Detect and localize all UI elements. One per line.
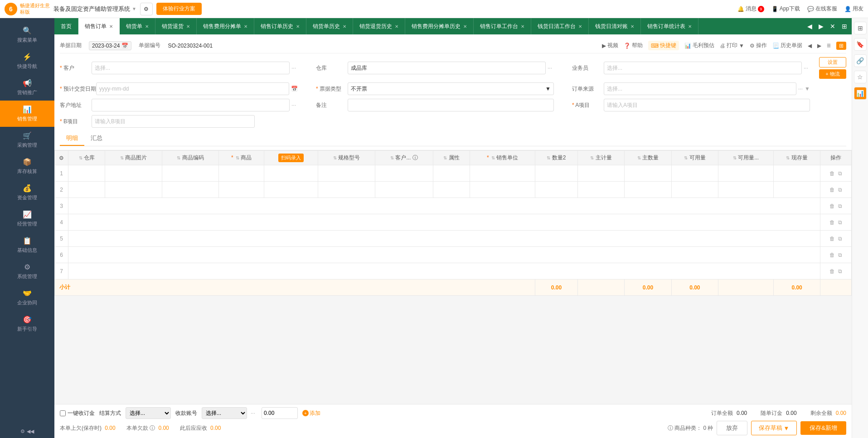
customer-dots[interactable]: ···	[290, 65, 298, 71]
warehouse-dots[interactable]: ···	[546, 65, 554, 71]
add-material-btn[interactable]: + 物流	[819, 69, 846, 79]
right-panel-btn-5[interactable]: 📊	[854, 87, 867, 100]
tab-expense-split[interactable]: 销售费用分摊单 ✕	[197, 18, 254, 34]
tab-close-all[interactable]: ✕	[827, 23, 838, 30]
warehouse-input[interactable]	[348, 62, 546, 74]
cell-1-spec[interactable]	[318, 165, 375, 182]
right-panel-btn-1[interactable]: ⊞	[854, 22, 867, 34]
tab-expense-history[interactable]: 销售费用分摊单历史 ✕	[405, 18, 474, 34]
copy-icon-6[interactable]: ⧉	[838, 252, 842, 258]
tab-order-workbench[interactable]: 销售订单工作台 ✕	[474, 18, 531, 34]
prev-record-btn[interactable]: ◀	[808, 43, 812, 49]
account-dots[interactable]: ···	[249, 410, 257, 416]
cell-1-mainqty[interactable]	[625, 165, 671, 182]
tab-daily-workbench-close[interactable]: ✕	[578, 24, 582, 29]
tab-detail[interactable]: 明细	[60, 131, 84, 146]
delete-icon-1[interactable]: 🗑	[829, 170, 835, 177]
sidebar-item-search[interactable]: 🔍 搜索菜单	[0, 22, 54, 48]
copy-icon-3[interactable]: ⧉	[838, 203, 842, 209]
tab-order-stats-close[interactable]: ✕	[688, 24, 692, 29]
sidebar-item-finance[interactable]: 💰 资金管理	[0, 179, 54, 206]
tab-order-workbench-close[interactable]: ✕	[521, 24, 524, 29]
cell-2-qty2[interactable]	[535, 182, 578, 198]
cell-2-custref[interactable]	[375, 182, 433, 198]
sidebar-item-system[interactable]: ⚙ 系统管理	[0, 258, 54, 284]
tab-order-stats[interactable]: 销售订单统计表 ✕	[641, 18, 698, 34]
right-panel-btn-2[interactable]: 🔖	[854, 38, 867, 51]
tab-sales-order[interactable]: 销售订单 ✕	[78, 18, 120, 34]
one-click-checkbox[interactable]: 一键收订金	[60, 409, 95, 417]
tab-prev-arrow[interactable]: ◀	[805, 23, 815, 30]
cell-2-mainqty[interactable]	[625, 182, 671, 198]
operations-button[interactable]: ⚙ 操作	[750, 42, 767, 49]
history-button[interactable]: 📃 历史单据	[772, 42, 802, 49]
tab-sales-slip[interactable]: 销货单 ✕	[120, 18, 155, 34]
cell-1-attr[interactable]	[433, 165, 470, 182]
next-record-btn[interactable]: ▶	[817, 43, 821, 49]
view-button[interactable]: ▶ 视频	[602, 42, 618, 49]
save-draft-button[interactable]: 保存草稿 ▼	[751, 421, 797, 435]
cell-2-product[interactable]	[219, 182, 264, 198]
copy-icon-5[interactable]: ⧉	[838, 236, 842, 242]
cell-5-empty[interactable]	[68, 231, 820, 247]
cell-2-scan[interactable]	[264, 182, 318, 198]
settlement-select[interactable]: 选择...	[126, 407, 171, 419]
address-input[interactable]	[92, 99, 290, 111]
invoice-select[interactable]: 不开票 ▼	[348, 82, 554, 95]
tab-expand-icon[interactable]: ⊞	[839, 23, 850, 30]
save-new-button[interactable]: 保存&新增	[800, 421, 846, 435]
cell-1-scan[interactable]	[264, 165, 318, 182]
cell-1-unit[interactable]	[470, 165, 535, 182]
tab-slip-history[interactable]: 销货单历史 ✕	[306, 18, 353, 34]
system-title-dropdown[interactable]: 装备及固定资产辅助管理系统 ▼	[53, 5, 136, 13]
th-settings[interactable]: ⚙	[55, 151, 68, 165]
settings-form-btn[interactable]: 设置	[819, 57, 846, 67]
cell-2-warehouse[interactable]	[68, 182, 105, 198]
cell-1-current[interactable]	[773, 165, 820, 182]
cell-2-mainunit[interactable]	[577, 182, 624, 198]
right-panel-btn-4[interactable]: ☆	[854, 71, 867, 83]
tab-sales-slip-close[interactable]: ✕	[145, 24, 149, 29]
delete-icon-2[interactable]: 🗑	[829, 187, 835, 193]
cell-1-avail[interactable]	[671, 165, 718, 182]
help-button[interactable]: ❓ 帮助	[624, 42, 643, 49]
tab-return-history-close[interactable]: ✕	[395, 24, 398, 29]
customer-input[interactable]	[92, 62, 290, 74]
one-click-check[interactable]	[60, 410, 66, 416]
cell-2-unit[interactable]	[470, 182, 535, 198]
delete-icon-6[interactable]: 🗑	[829, 252, 835, 258]
cell-1-warehouse[interactable]	[68, 165, 105, 182]
a-project-input[interactable]	[604, 99, 810, 111]
delete-icon-4[interactable]: 🗑	[829, 219, 835, 226]
order-source-dots[interactable]: ···	[796, 86, 805, 92]
sidebar-settings[interactable]: ⚙ ◀◀	[0, 425, 54, 438]
cell-3-empty[interactable]	[68, 198, 820, 214]
salesperson-input[interactable]	[604, 62, 802, 74]
salesperson-dots[interactable]: ···	[802, 65, 810, 71]
tab-home[interactable]: 首页	[54, 18, 78, 34]
cell-1-custref[interactable]	[375, 165, 433, 182]
solution-button[interactable]: 体验行业方案	[156, 3, 202, 15]
cell-1-mainunit[interactable]	[577, 165, 624, 182]
account-select[interactable]: 选择...	[202, 407, 247, 419]
date-picker[interactable]: 2023-03-24 📅	[89, 41, 131, 50]
tab-sales-return-close[interactable]: ✕	[186, 24, 190, 29]
copy-icon-1[interactable]: ⧉	[838, 170, 842, 177]
cell-2-code[interactable]	[162, 182, 218, 198]
address-dots[interactable]: ···	[290, 102, 298, 108]
sidebar-item-nav[interactable]: ⚡ 快捷导航	[0, 48, 54, 74]
tab-sales-order-close[interactable]: ✕	[109, 24, 113, 29]
tab-order-history-close[interactable]: ✕	[296, 24, 300, 29]
settings-button[interactable]: ⚙	[140, 3, 153, 15]
cell-1-code[interactable]	[162, 165, 218, 182]
shortcuts-button[interactable]: ⌨ 快捷键	[648, 41, 679, 50]
online-service-button[interactable]: 💬 在线客服	[807, 5, 837, 13]
b-project-input[interactable]	[92, 115, 255, 128]
cell-6-empty[interactable]	[68, 247, 820, 263]
cell-2-current[interactable]	[773, 182, 820, 198]
copy-icon-2[interactable]: ⧉	[838, 187, 842, 193]
user-avatar[interactable]: 👤 用友	[844, 5, 863, 13]
sidebar-item-sales[interactable]: 📊 销售管理	[0, 101, 54, 127]
sidebar-item-marketing[interactable]: 📢 营销推广	[0, 74, 54, 101]
tab-daily-reconcile-close[interactable]: ✕	[630, 24, 634, 29]
